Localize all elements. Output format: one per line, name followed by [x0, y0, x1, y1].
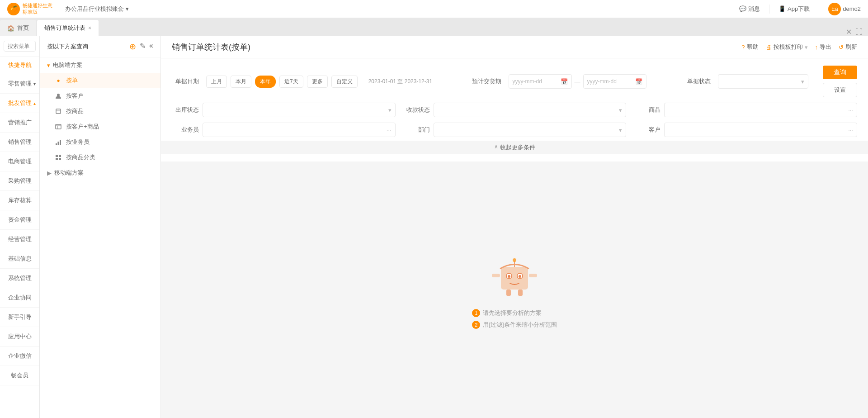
query-btn-area: 查询 设置 [823, 66, 857, 97]
sidebar-item-inventory[interactable]: 库存核算 [0, 191, 39, 210]
sidebar-item-wholesale[interactable]: 批发管理 ▴ [0, 94, 39, 113]
date-btn-last-7-days[interactable]: 近7天 [279, 76, 303, 88]
date-btn-custom[interactable]: 自定义 [331, 76, 358, 88]
date-btn-last-month[interactable]: 上月 [206, 76, 227, 88]
maximize-icon[interactable]: ⛶ [855, 28, 863, 36]
department-label: 部门 [403, 126, 430, 134]
scheme-item-by-customer-product[interactable]: 按客户+商品 [40, 119, 160, 134]
date-label: 单据日期 [172, 77, 199, 86]
setting-btn[interactable]: 设置 [823, 83, 857, 97]
help-btn[interactable]: ? 帮助 [741, 43, 758, 51]
department-select[interactable]: ▾ [434, 123, 627, 137]
query-btn[interactable]: 查询 [823, 66, 857, 79]
customer-input[interactable]: ··· [664, 123, 857, 137]
message-btn[interactable]: 💬 消息 [739, 5, 760, 13]
svg-rect-12 [59, 158, 61, 160]
scheme-item-by-customer[interactable]: 按客户 [40, 88, 160, 104]
sidebar-item-purchase[interactable]: 采购管理 [0, 171, 39, 191]
svg-rect-1 [56, 109, 61, 114]
scheme-item-by-category[interactable]: 按商品分类 [40, 150, 160, 165]
edit-scheme-btn[interactable]: ✎ [140, 42, 146, 52]
filter-row-3: 业务员 ··· 部门 ▾ 客户 [172, 123, 857, 137]
add-scheme-btn[interactable]: ⊕ [129, 42, 136, 52]
sidebar-item-operation[interactable]: 经营管理 [0, 230, 39, 249]
user-menu[interactable]: Ea demo2 [828, 3, 861, 15]
print-icon: 🖨 [766, 44, 772, 51]
close-window-icon[interactable]: ✕ [846, 28, 852, 36]
sidebar-item-member[interactable]: 畅会员 [0, 366, 39, 385]
salesperson-input[interactable]: ··· [203, 123, 396, 137]
customer-product-icon [54, 123, 62, 131]
app-download-btn[interactable]: 📱 App下载 [778, 5, 810, 13]
chevron-down-icon: ▾ [619, 127, 622, 133]
scheme-panel-header: 按以下方案查询 ⊕ ✎ « [40, 36, 160, 57]
svg-rect-20 [506, 290, 511, 296]
tab-home[interactable]: 🏠 首页 [0, 20, 36, 36]
tab-sales-order-stat[interactable]: 销售订单统计表 × [37, 20, 99, 36]
ship-status-label: 出库状态 [172, 106, 199, 114]
avatar: Ea [828, 3, 841, 15]
svg-rect-11 [56, 158, 58, 160]
export-icon: ↑ [815, 44, 818, 51]
mobile-group-header[interactable]: ▶ 移动端方案 [40, 165, 160, 180]
scheme-item-by-product[interactable]: 按商品 [40, 104, 160, 119]
date-btn-this-month[interactable]: 本月 [231, 76, 251, 88]
pc-group-header[interactable]: ▾ 电脑端方案 [40, 57, 160, 73]
sidebar-item-wechat[interactable]: 企业微信 [0, 347, 39, 366]
payment-status-select[interactable]: ▾ [434, 103, 627, 117]
sidebar-item-appcenter[interactable]: 应用中心 [0, 327, 39, 347]
date-btn-this-year[interactable]: 本年 [255, 76, 276, 88]
sidebar-item-ecommerce[interactable]: 电商管理 [0, 152, 39, 171]
scheme-panel-actions: ⊕ ✎ « [129, 42, 153, 52]
department-field: 部门 ▾ [403, 123, 627, 137]
sidebar-item-retail[interactable]: 零售管理 ▾ [0, 74, 39, 94]
expected-date-range: yyyy-mm-dd 📅 — yyyy-mm-dd 📅 [509, 74, 646, 89]
empty-hints: 1 请先选择要分析的方案 2 用[过滤]条件来缩小分析范围 [472, 307, 557, 331]
customer-field: 客户 ··· [633, 123, 857, 137]
calendar-icon: 📅 [561, 78, 568, 85]
print-btn[interactable]: 🖨 按模板打印 ▾ [766, 43, 808, 51]
sidebar-item-basic[interactable]: 基础信息 [0, 249, 39, 269]
dots-icon2: ··· [387, 127, 392, 133]
filter-row-1: 单据日期 上月 本月 本年 近7天 更多 自定义 2023-01-01 至 20… [172, 66, 857, 97]
sidebar-search-area [0, 36, 39, 57]
page-actions: ? 帮助 🖨 按模板打印 ▾ ↑ 导出 ↺ 刷新 [741, 43, 857, 51]
date-range-text: 2023-01-01 至 2023-12-31 [368, 78, 432, 86]
content-body: 按以下方案查询 ⊕ ✎ « ▾ 电脑端方案 ● 按单 [40, 36, 868, 418]
hint-num-2: 2 [472, 321, 480, 329]
collapse-scheme-btn[interactable]: « [149, 42, 153, 52]
ship-status-select[interactable]: ▾ [203, 103, 396, 117]
expected-date-end[interactable]: yyyy-mm-dd 📅 [583, 74, 646, 89]
sidebar-item-enterprise[interactable]: 企业协同 [0, 288, 39, 308]
dots-icon: ··· [848, 107, 853, 114]
home-icon: 🏠 [7, 25, 14, 32]
chevron-down-icon: ▾ [619, 107, 622, 114]
filter-area: 单据日期 上月 本月 本年 近7天 更多 自定义 2023-01-01 至 20… [161, 58, 868, 162]
sidebar-item-sales[interactable]: 销售管理 [0, 133, 39, 152]
svg-rect-3 [56, 124, 61, 129]
main-panel: 销售订单统计表(按单) ? 帮助 🖨 按模板打印 ▾ ↑ 导出 [161, 36, 868, 418]
date-btn-more[interactable]: 更多 [307, 76, 328, 88]
tab-actions: ✕ ⛶ [99, 28, 868, 36]
sidebar-quick-nav[interactable]: 快捷导航 [0, 57, 39, 74]
sidebar-item-marketing[interactable]: 营销推广 [0, 113, 39, 133]
sidebar-item-newbie[interactable]: 新手引导 [0, 308, 39, 327]
chevron-down-icon: ▾ [47, 62, 50, 69]
sidebar-item-system[interactable]: 系统管理 [0, 269, 39, 288]
scheme-item-by-salesperson[interactable]: 按业务员 [40, 134, 160, 150]
expected-date-start[interactable]: yyyy-mm-dd 📅 [509, 74, 572, 89]
product-input[interactable]: ··· [664, 103, 857, 117]
account-dropdown[interactable]: 办公用品行业模拟账套 ▾ [65, 5, 129, 13]
sidebar-item-finance[interactable]: 资金管理 [0, 210, 39, 230]
search-input[interactable] [4, 41, 36, 52]
export-btn[interactable]: ↑ 导出 [815, 43, 832, 51]
status-select[interactable]: ▾ [718, 74, 808, 89]
tabbar: 🏠 首页 销售订单统计表 × ✕ ⛶ [0, 18, 868, 36]
scheme-panel: 按以下方案查询 ⊕ ✎ « ▾ 电脑端方案 ● 按单 [40, 36, 161, 418]
tab-close-icon[interactable]: × [88, 25, 91, 31]
collapse-btn[interactable]: ∧ 收起更多条件 [161, 141, 868, 154]
logo-text: 畅捷通好生意 标准版 [23, 3, 52, 14]
divider [769, 5, 769, 14]
refresh-btn[interactable]: ↺ 刷新 [839, 43, 857, 51]
scheme-item-by-order[interactable]: ● 按单 [40, 73, 160, 88]
